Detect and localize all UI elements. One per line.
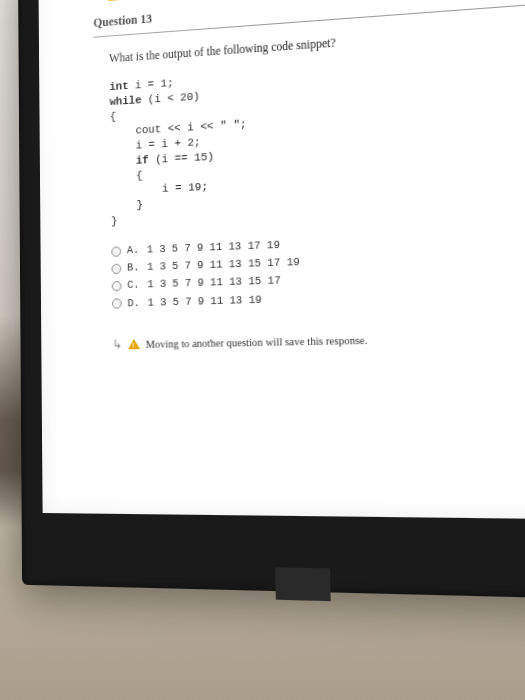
radio-icon[interactable]	[112, 281, 122, 291]
arrow-icon: ↳	[112, 336, 122, 354]
option-text: 1 3 5 7 9 11 13 15 17	[147, 273, 280, 293]
option-label: A.	[127, 243, 140, 259]
answer-options: A. 1 3 5 7 9 11 13 17 19 B. 1 3 5 7 9 11…	[111, 227, 525, 312]
warning-icon	[108, 0, 120, 1]
arrow-icon: ↳	[93, 0, 103, 6]
option-label: C.	[127, 278, 140, 294]
radio-icon[interactable]	[111, 263, 121, 273]
option-text: 1 3 5 7 9 11 13 15 17 19	[147, 255, 300, 276]
warning-icon	[128, 339, 140, 349]
notice-text-bottom: Moving to another question will save thi…	[146, 332, 368, 352]
code-snippet: int int i = 1;i = 1; while (i < 20) { co…	[109, 50, 525, 229]
save-notice-bottom: ↳ Moving to another question will save t…	[112, 327, 525, 354]
question-body: What is the output of the following code…	[94, 17, 525, 354]
monitor: ↳ Moving to another question will save t…	[18, 0, 525, 599]
option-text: 1 3 5 7 9 11 13 19	[148, 292, 262, 311]
radio-icon[interactable]	[112, 298, 122, 308]
quiz-content: ↳ Moving to another question will save t…	[38, 0, 525, 383]
radio-icon[interactable]	[111, 246, 121, 256]
option-text: 1 3 5 7 9 11 13 17 19	[147, 237, 280, 257]
photo-scene: ↳ Moving to another question will save t…	[0, 0, 525, 700]
option-label: D.	[127, 295, 140, 311]
monitor-stand	[275, 567, 331, 601]
screen: ↳ Moving to another question will save t…	[38, 0, 525, 520]
option-label: B.	[127, 260, 140, 276]
